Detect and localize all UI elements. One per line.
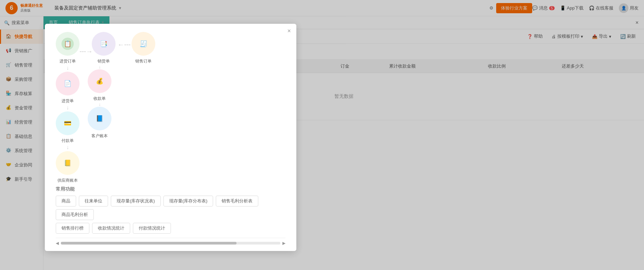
node-customer-ledger[interactable]: 📘 客户账本 xyxy=(88,107,111,139)
sales-bill-icon: 📑 xyxy=(92,32,116,56)
node-customer-ledger-label: 客户账本 xyxy=(91,133,108,139)
common-func-title: 常用功能 xyxy=(56,186,285,192)
node-purchase-bill-label: 进货单 xyxy=(62,98,74,104)
func-btn-sales-margin[interactable]: 销售毛利分析表 xyxy=(216,196,258,206)
func-btn-goods[interactable]: 商品 xyxy=(56,196,76,206)
arrow-down-1: ↓ xyxy=(66,65,69,71)
node-purchase-order[interactable]: 📋 进货订单 xyxy=(56,32,80,64)
svg-text:📒: 📒 xyxy=(64,159,72,167)
func-btn-stock-dist[interactable]: 现存量(库存分布表) xyxy=(163,196,213,206)
node-supplier-ledger-label: 供应商账本 xyxy=(57,178,78,183)
purchase-bill-icon: 📄 xyxy=(56,72,80,95)
svg-text:💳: 💳 xyxy=(64,120,72,127)
h-arrow-purchase: - - - → xyxy=(80,39,92,63)
top-row: 📑 销货单 ← - - - 🧾 销售订单 xyxy=(92,32,156,64)
modal-close-btn[interactable]: × xyxy=(287,28,291,34)
node-payment-bill-label: 付款单 xyxy=(62,138,74,144)
node-sales-order[interactable]: 🧾 销售订单 xyxy=(132,32,155,64)
sales-order-icon: 🧾 xyxy=(132,32,155,56)
func-btn-sales-rank[interactable]: 销售排行榜 xyxy=(56,223,89,234)
scroll-left-btn[interactable]: ◀ xyxy=(56,241,59,246)
h-arrow-sales: ← - - - xyxy=(116,41,132,55)
scroll-right-btn[interactable]: ▶ xyxy=(282,241,285,246)
arrow-down-2: ↓ xyxy=(66,105,69,111)
func-btn-payment-stat[interactable]: 付款情况统计 xyxy=(133,223,171,234)
scroll-thumb xyxy=(61,242,237,245)
flow-diagram: 📋 进货订单 ↓ 📄 进货单 ↓ 💳 xyxy=(56,32,285,183)
flow-modal: × 📋 进货订单 ↓ 📄 进货单 xyxy=(45,24,296,251)
node-sales-order-label: 销售订单 xyxy=(135,58,152,64)
svg-text:📄: 📄 xyxy=(64,80,72,87)
node-receipt-bill-label: 收款单 xyxy=(93,96,106,102)
node-payment-bill[interactable]: 💳 付款单 xyxy=(56,111,80,144)
arrow-down-rb: ↓ xyxy=(99,102,101,107)
scroll-track[interactable] xyxy=(61,242,280,245)
func-btn-stock-status[interactable]: 现存量(库存状况表) xyxy=(111,196,161,206)
flow-col-left: 📋 进货订单 ↓ 📄 进货单 ↓ 💳 xyxy=(56,32,80,183)
func-btns-row1: 商品 往来单位 现存量(库存状况表) 现存量(库存分布表) 销售毛利分析表 商品… xyxy=(56,196,285,220)
func-btn-receipt-stat[interactable]: 收款情况统计 xyxy=(92,223,130,234)
flow-col-right: 📑 销货单 ← - - - 🧾 销售订单 xyxy=(92,32,156,139)
customer-ledger-icon: 📘 xyxy=(88,107,111,130)
arrow-down-3: ↓ xyxy=(66,144,69,150)
func-btns-row2: 销售排行榜 收款情况统计 付款情况统计 xyxy=(56,223,285,234)
payment-bill-icon: 💳 xyxy=(56,111,80,135)
node-sales-bill-label: 销货单 xyxy=(98,58,110,64)
purchase-order-icon: 📋 xyxy=(56,32,80,56)
func-btn-goods-margin[interactable]: 商品毛利分析 xyxy=(56,209,94,220)
svg-text:📑: 📑 xyxy=(100,40,108,48)
svg-text:🧾: 🧾 xyxy=(140,40,147,48)
svg-text:💰: 💰 xyxy=(96,77,104,85)
node-receipt-bill[interactable]: 💰 收款单 xyxy=(88,69,111,102)
svg-text:📋: 📋 xyxy=(64,40,72,48)
node-purchase-order-label: 进货订单 xyxy=(59,58,76,64)
common-functions-section: 常用功能 商品 往来单位 现存量(库存状况表) 现存量(库存分布表) 销售毛利分… xyxy=(56,186,285,234)
svg-text:📘: 📘 xyxy=(96,115,104,122)
arrow-down-sb: ↓ xyxy=(99,64,101,69)
func-btn-partners[interactable]: 往来单位 xyxy=(79,196,108,206)
node-supplier-ledger[interactable]: 📒 供应商账本 xyxy=(56,151,80,183)
modal-scrollbar: ◀ ▶ xyxy=(56,238,285,246)
receipt-bill-icon: 💰 xyxy=(88,69,111,93)
modal-overlay: × 📋 进货订单 ↓ 📄 进货单 xyxy=(0,0,644,270)
supplier-ledger-icon: 📒 xyxy=(56,151,80,175)
node-purchase-bill[interactable]: 📄 进货单 xyxy=(56,72,80,104)
node-sales-bill[interactable]: 📑 销货单 xyxy=(92,32,116,64)
